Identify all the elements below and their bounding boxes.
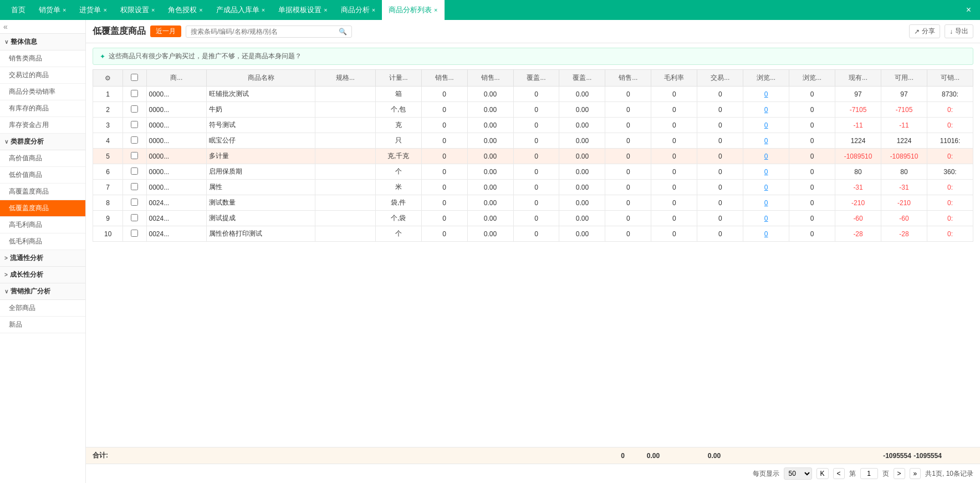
cell-code: 0000... [146, 164, 207, 180]
sidebar-item-low-profit[interactable]: 低毛利商品 [0, 233, 85, 250]
cell-sales3: 0 [605, 118, 651, 133]
data-table-container[interactable]: ⚙ 商... 商品名称 规格... 计量... 销售... 销售... 覆盖..… [93, 69, 973, 447]
cell-browse1[interactable]: 0 [743, 102, 789, 118]
sidebar-item-low-coverage[interactable]: 低覆盖度商品 [0, 200, 85, 217]
close-sales-order-icon[interactable]: × [63, 0, 66, 20]
nav-home[interactable]: 首页 [4, 0, 32, 20]
sidebar-items-cluster: 高价值商品 低价值商品 高覆盖度商品 低覆盖度商品 高毛利商品 低毛利商品 [0, 150, 85, 250]
sidebar-item-stocked[interactable]: 有库存的商品 [0, 100, 85, 117]
close-permission-icon[interactable]: × [151, 0, 155, 20]
prev-page-button[interactable]: < [833, 468, 845, 479]
cell-browse1[interactable]: 0 [743, 133, 789, 149]
cell-gross: 0 [651, 226, 697, 242]
nav-permission-settings[interactable]: 权限设置 × [114, 0, 161, 20]
sidebar-item-high-profit[interactable]: 高毛利商品 [0, 217, 85, 233]
next-page-button[interactable]: > [894, 468, 905, 479]
cell-name: 眠宝公仔 [207, 133, 315, 149]
nav-role-auth[interactable]: 角色授权 × [161, 0, 209, 20]
cell-trade: 0 [697, 133, 743, 149]
cell-browse1[interactable]: 0 [743, 164, 789, 180]
cell-name: 旺辅批次测试 [207, 87, 315, 102]
cell-sales1: 0 [421, 87, 467, 102]
cell-browse1[interactable]: 0 [743, 226, 789, 242]
cell-cover2: 0.00 [559, 118, 605, 133]
cell-seq: 7 [93, 180, 123, 195]
search-icon[interactable]: 🔍 [339, 28, 347, 35]
cell-available: 1224 [881, 133, 927, 149]
nav-template-settings[interactable]: 单据模板设置 × [272, 0, 334, 20]
cell-saleable: 0: [927, 118, 973, 133]
cell-current: -1089510 [835, 149, 881, 164]
nav-product-analysis[interactable]: 商品分析 × [334, 0, 382, 20]
first-page-button[interactable]: K [816, 468, 829, 479]
sidebar-item-high-coverage[interactable]: 高覆盖度商品 [0, 184, 85, 200]
cell-sales1: 0 [421, 149, 467, 164]
close-template-icon[interactable]: × [324, 0, 327, 20]
cell-browse1[interactable]: 0 [743, 87, 789, 102]
sidebar-collapse-icon[interactable]: « [3, 22, 8, 31]
close-purchase-order-icon[interactable]: × [103, 0, 106, 20]
th-settings[interactable]: ⚙ [93, 70, 123, 87]
sidebar-item-high-value[interactable]: 高价值商品 [0, 150, 85, 167]
th-gross: 毛利率 [651, 70, 697, 87]
sidebar-item-new-products[interactable]: 新品 [0, 317, 85, 333]
cell-name: 启用保质期 [207, 164, 315, 180]
sidebar-item-capital[interactable]: 库存资金占用 [0, 117, 85, 134]
last-page-button[interactable]: » [910, 468, 921, 479]
search-input[interactable] [191, 28, 336, 35]
sidebar-item-category-rate[interactable]: 商品分类动销率 [0, 84, 85, 100]
page-size-select[interactable]: 50 100 200 [784, 467, 812, 480]
sidebar-item-all-products[interactable]: 全部商品 [0, 300, 85, 317]
close-role-icon[interactable]: × [199, 0, 202, 20]
cell-browse1[interactable]: 0 [743, 118, 789, 133]
th-checkbox[interactable] [123, 70, 146, 87]
cell-check[interactable] [123, 164, 146, 180]
sidebar-section-overall[interactable]: ∨ 整体信息 [0, 34, 85, 50]
sidebar-section-cluster[interactable]: ∨ 类群度分析 [0, 134, 85, 150]
time-filter-button[interactable]: 近一月 [150, 26, 181, 37]
cell-check[interactable] [123, 102, 146, 118]
export-button[interactable]: ↓ 导出 [945, 24, 973, 38]
th-cover2: 覆盖... [559, 70, 605, 87]
cell-browse1[interactable]: 0 [743, 180, 789, 195]
nav-product-warehouse[interactable]: 产成品入库单 × [210, 0, 272, 20]
sidebar-items-marketing: 全部商品 新品 [0, 300, 85, 333]
nav-sales-order[interactable]: 销货单 × [32, 0, 73, 20]
sidebar-section-marketing[interactable]: ∨ 营销推广分析 [0, 283, 85, 300]
th-current: 现有... [835, 70, 881, 87]
cell-browse1[interactable]: 0 [743, 195, 789, 211]
close-warehouse-icon[interactable]: × [262, 0, 265, 20]
cell-browse2: 0 [789, 180, 835, 195]
close-all-button[interactable]: × [962, 5, 976, 15]
cell-seq: 9 [93, 211, 123, 226]
share-button[interactable]: ↗ 分享 [909, 24, 940, 38]
cell-available: -7105 [881, 102, 927, 118]
cell-code: 0024... [146, 195, 207, 211]
close-analysis-list-icon[interactable]: × [434, 0, 437, 20]
nav-purchase-order[interactable]: 进货单 × [73, 0, 113, 20]
sidebar-item-sales-products[interactable]: 销售类商品 [0, 50, 85, 67]
sidebar-item-low-value[interactable]: 低价值商品 [0, 167, 85, 184]
sidebar-section-circulation[interactable]: > 流通性分析 [0, 250, 85, 267]
select-all-checkbox[interactable] [131, 74, 138, 81]
cell-check[interactable] [123, 195, 146, 211]
cell-check[interactable] [123, 180, 146, 195]
sidebar-item-traded-products[interactable]: 交易过的商品 [0, 67, 85, 84]
cell-cover2: 0.00 [559, 226, 605, 242]
cell-spec [315, 102, 376, 118]
page-number-input[interactable] [860, 468, 878, 479]
cell-check[interactable] [123, 149, 146, 164]
cell-check[interactable] [123, 87, 146, 102]
sidebar-section-growth[interactable]: > 成长性分析 [0, 267, 85, 283]
cell-browse1[interactable]: 0 [743, 149, 789, 164]
cell-check[interactable] [123, 211, 146, 226]
close-analysis-icon[interactable]: × [372, 0, 375, 20]
cell-spec [315, 87, 376, 102]
cell-check[interactable] [123, 133, 146, 149]
cell-check[interactable] [123, 118, 146, 133]
cell-check[interactable] [123, 226, 146, 242]
cell-browse1[interactable]: 0 [743, 211, 789, 226]
cell-code: 0024... [146, 226, 207, 242]
cell-current: 1224 [835, 133, 881, 149]
nav-product-analysis-list[interactable]: 商品分析列表 × [382, 0, 444, 20]
